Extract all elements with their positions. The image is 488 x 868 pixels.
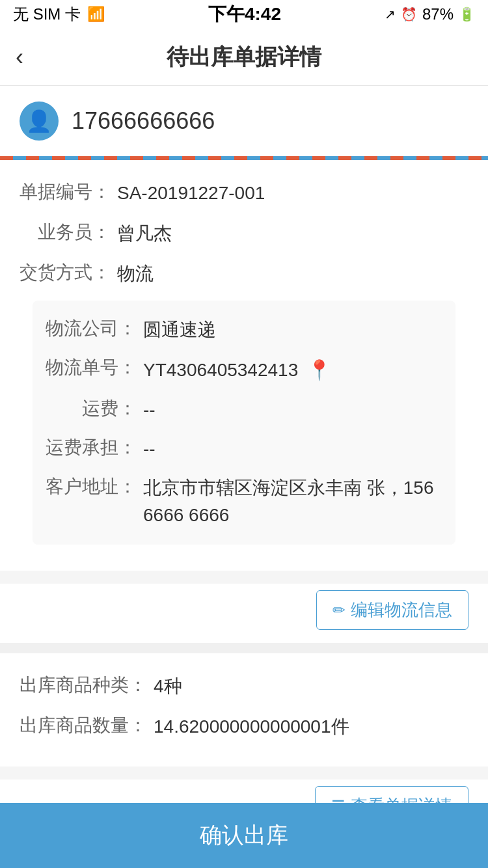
tracking-no-value: YT43064053424​13 📍 — [143, 355, 442, 385]
delivery-method-row: 交货方式： 物流 — [20, 260, 468, 288]
order-info-section: 单据编号： SA-20191227-001 业务员： 曾凡杰 交货方式： 物流 … — [0, 160, 488, 571]
back-button[interactable]: ‹ — [16, 44, 23, 71]
status-left: 无 SIM 卡 📶 — [13, 4, 105, 25]
status-bar: 无 SIM 卡 📶 下午4:42 ↗ ⏰ 87% 🔋 — [0, 0, 488, 29]
customer-phone: 17666666666 — [72, 107, 215, 135]
logistics-company-label: 物流公司： — [46, 316, 137, 341]
edit-btn-label: 编辑物流信息 — [351, 599, 452, 621]
tracking-no-row: 物流单号： YT43064053424​13 📍 — [46, 355, 442, 385]
order-no-label: 单据编号： — [20, 180, 111, 204]
tracking-no-text: YT43064053424​13 — [143, 357, 298, 384]
freight-value: -- — [143, 396, 442, 424]
avatar-icon: 👤 — [26, 109, 52, 133]
location-link-icon[interactable]: 📍 — [307, 355, 331, 385]
freight-bearer-row: 运费承担： -- — [46, 435, 442, 463]
order-no-value: SA-20191227-001 — [117, 180, 468, 207]
product-section: 出库商品种类： 4种 出库商品数量： 14.620000000000001件 — [0, 653, 488, 766]
edit-btn-container: ✏ 编辑物流信息 — [0, 584, 488, 643]
location-icon: ↗ — [385, 7, 396, 22]
address-label: 客户地址： — [46, 474, 137, 499]
battery-text: 87% — [422, 5, 454, 23]
battery-icon: 🔋 — [459, 7, 475, 22]
logistics-company-value: 圆通速递 — [143, 316, 442, 344]
product-quantity-label: 出库商品数量： — [20, 713, 147, 738]
sales-person-label: 业务员： — [20, 220, 111, 245]
sales-person-row: 业务员： 曾凡杰 — [20, 220, 468, 247]
product-types-row: 出库商品种类： 4种 — [20, 673, 468, 700]
freight-row: 运费： -- — [46, 396, 442, 424]
delivery-method-label: 交货方式： — [20, 260, 111, 285]
freight-bearer-label: 运费承担： — [46, 435, 137, 460]
avatar: 👤 — [20, 102, 59, 141]
address-row: 客户地址： 北京市市辖区海淀区永丰南 张，156 6666 6666 — [46, 474, 442, 529]
product-quantity-value: 14.620000000000001件 — [154, 713, 468, 740]
confirm-button[interactable]: 确认出库 — [0, 803, 488, 868]
wifi-icon: 📶 — [87, 6, 105, 23]
freight-bearer-value: -- — [143, 435, 442, 463]
order-no-row: 单据编号： SA-20191227-001 — [20, 180, 468, 207]
nav-bar: ‹ 待出库单据详情 — [0, 29, 488, 86]
carrier-text: 无 SIM 卡 — [13, 4, 81, 25]
product-quantity-row: 出库商品数量： 14.620000000000001件 — [20, 713, 468, 740]
alarm-icon: ⏰ — [401, 7, 417, 22]
sales-person-value: 曾凡杰 — [117, 220, 468, 247]
edit-logistics-button[interactable]: ✏ 编辑物流信息 — [316, 590, 468, 630]
logistics-section: 物流公司： 圆通速递 物流单号： YT43064053424​13 📍 运费： … — [33, 301, 455, 545]
page-title: 待出库单据详情 — [167, 42, 321, 72]
product-types-value: 4种 — [154, 673, 468, 700]
content: 👤 17666666666 单据编号： SA-20191227-001 业务员：… — [0, 86, 488, 868]
time-text: 下午4:42 — [208, 2, 281, 27]
delivery-method-value: 物流 — [117, 260, 468, 288]
logistics-company-row: 物流公司： 圆通速递 — [46, 316, 442, 344]
address-value: 北京市市辖区海淀区永丰南 张，156 6666 6666 — [143, 474, 442, 529]
product-types-label: 出库商品种类： — [20, 673, 147, 698]
freight-label: 运费： — [46, 396, 137, 421]
status-right: ↗ ⏰ 87% 🔋 — [385, 5, 475, 23]
tracking-no-label: 物流单号： — [46, 355, 137, 380]
confirm-btn-text: 确认出库 — [200, 821, 288, 850]
edit-icon: ✏ — [332, 601, 346, 619]
customer-header: 👤 17666666666 — [0, 86, 488, 156]
gray-separator — [0, 643, 488, 653]
